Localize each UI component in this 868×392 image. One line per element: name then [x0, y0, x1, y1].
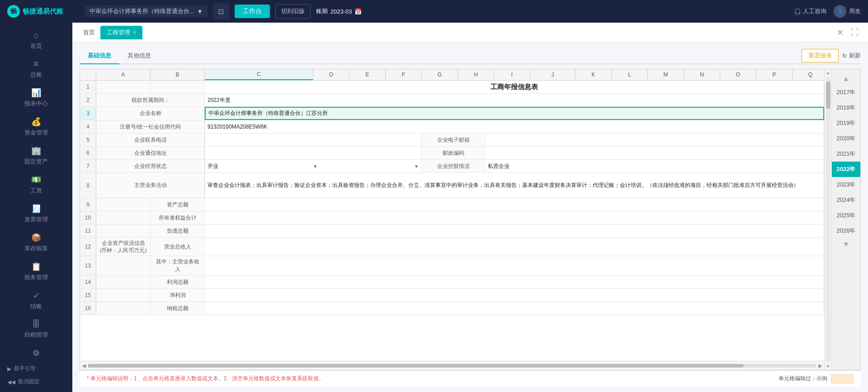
- cell-4c[interactable]: 91320100MA208E5W6K: [205, 120, 824, 133]
- cell-5ab[interactable]: 企业联系电话: [96, 134, 205, 146]
- sidebar-item-finance[interactable]: 💰 资金管理: [0, 112, 72, 141]
- cell-12a[interactable]: 企业资产状况信息(币种：人民币万元): [96, 238, 151, 256]
- year-nav-up[interactable]: ▲: [832, 71, 860, 85]
- year-up-arrow[interactable]: ▲: [841, 73, 852, 85]
- refresh-button[interactable]: ↻ 刷新: [842, 49, 861, 62]
- cell-11a[interactable]: [96, 225, 151, 237]
- maximize-button[interactable]: ⛶: [849, 26, 861, 39]
- cell-7j[interactable]: 企业控股情况: [422, 160, 485, 172]
- cell-5j[interactable]: 企业电子邮箱: [422, 134, 485, 146]
- cell-14a[interactable]: [96, 276, 151, 288]
- cell-14c[interactable]: [205, 276, 824, 288]
- year-2017[interactable]: 2017年: [832, 85, 860, 100]
- cell-7c[interactable]: 开业 ▼: [205, 160, 422, 172]
- cell-6k[interactable]: [485, 147, 824, 159]
- cell-12b[interactable]: 营业总收入: [151, 238, 205, 256]
- cell-6c[interactable]: [205, 147, 422, 159]
- cell-1-title[interactable]: 工商年报信息表: [205, 81, 824, 93]
- new-guide-button[interactable]: ▶ 新手引导: [0, 362, 72, 375]
- cell-11b[interactable]: 负债总额: [151, 225, 205, 237]
- vscroll-up-arrow[interactable]: ▲: [825, 69, 831, 76]
- sub-tab-basic[interactable]: 基础信息: [80, 48, 119, 64]
- cell-13b[interactable]: 其中：主营业务收入: [151, 256, 205, 275]
- vscroll-down-arrow[interactable]: ▼: [825, 363, 831, 370]
- old-version-button[interactable]: 切到旧版: [275, 4, 311, 19]
- cell-10b[interactable]: 所有者权益合计: [151, 211, 205, 224]
- sidebar-item-tax[interactable]: 📋 税务管理: [0, 257, 72, 286]
- cell-5c[interactable]: [205, 134, 422, 146]
- workbench-button[interactable]: 工作台: [235, 5, 270, 18]
- tab-home[interactable]: 首页: [80, 27, 99, 38]
- cell-4ab[interactable]: 注册号/统一社会信用代码: [96, 120, 205, 133]
- cell-10c[interactable]: [205, 211, 824, 224]
- user-menu[interactable]: 👤 用友: [834, 5, 861, 18]
- cell-2a[interactable]: 税款所属期间：: [96, 94, 205, 106]
- cell-14b[interactable]: 利润总额: [151, 276, 205, 288]
- cell-13c[interactable]: [205, 256, 824, 275]
- sidebar-item-archive[interactable]: 🗄 归档管理: [0, 315, 72, 344]
- cell-15a[interactable]: [96, 289, 151, 301]
- cell-15b[interactable]: 净利润: [151, 289, 205, 301]
- cell-16c[interactable]: [205, 302, 824, 315]
- col-c[interactable]: C: [205, 69, 313, 80]
- sidebar-item-salary[interactable]: 💵 工资: [0, 170, 72, 199]
- tab-gongshang[interactable]: 工商管理 ×: [100, 26, 142, 39]
- cell-11c[interactable]: [205, 225, 824, 237]
- sidebar-item-reports[interactable]: 📊 报表中心: [0, 83, 72, 112]
- sidebar-item-inventory[interactable]: 📦 库存核算: [0, 228, 72, 257]
- hscroll-left-arrow[interactable]: ◀: [82, 363, 86, 369]
- calendar-icon[interactable]: 📅: [354, 8, 362, 15]
- cell-15c[interactable]: [205, 289, 824, 301]
- sidebar-item-invoice[interactable]: 🧾 发票管理: [0, 199, 72, 228]
- cell-8c[interactable]: 审查企业会计报表；出具审计报告；验证企业资本；出具验资报告；办理企业合并、分立、…: [205, 173, 824, 198]
- year-down-arrow[interactable]: ▼: [841, 239, 852, 250]
- sidebar-item-closing[interactable]: ✓ 结账: [0, 286, 72, 315]
- cell-8ab[interactable]: 主营业务活动: [96, 173, 205, 198]
- year-2019[interactable]: 2019年: [832, 115, 860, 131]
- hscroll-track[interactable]: [88, 364, 816, 368]
- vscroll-bar[interactable]: ▲ ▼: [824, 69, 831, 370]
- hscroll-bar[interactable]: ◀ ▶: [80, 361, 824, 370]
- service-button[interactable]: 🎧 人工咨询: [794, 7, 826, 15]
- hscroll-thumb[interactable]: [88, 364, 744, 368]
- cell-2c[interactable]: 2022年度: [205, 94, 824, 106]
- cell-9c[interactable]: [205, 198, 824, 211]
- cell-9b[interactable]: 资产总额: [151, 198, 205, 211]
- sidebar-item-settings[interactable]: ⚙ 设置: [0, 344, 72, 358]
- year-2024[interactable]: 2024年: [832, 192, 860, 208]
- year-2026[interactable]: 2026年: [832, 223, 860, 239]
- year-nav-down[interactable]: ▼: [832, 239, 860, 252]
- sidebar-item-ledger[interactable]: ≡ 总账: [0, 55, 72, 83]
- tab-close-icon[interactable]: ×: [133, 29, 136, 36]
- cancel-fixed-button[interactable]: ◀◀ 取消固定: [0, 375, 72, 388]
- vscroll-track[interactable]: [826, 77, 830, 362]
- cell-7k[interactable]: 私营企业: [485, 160, 824, 172]
- reset-report-button[interactable]: 重置报表: [802, 49, 839, 62]
- cell-16a[interactable]: [96, 302, 151, 315]
- cell-10a[interactable]: [96, 211, 151, 224]
- vscroll-thumb[interactable]: [826, 81, 830, 109]
- hscroll-right-arrow[interactable]: ▶: [818, 363, 822, 369]
- close-tab-button[interactable]: ✕: [835, 26, 845, 39]
- cell-1b[interactable]: [151, 81, 205, 93]
- year-2020[interactable]: 2020年: [832, 131, 860, 146]
- year-2023[interactable]: 2023年: [832, 177, 860, 192]
- cell-3ab[interactable]: 企业名称: [96, 107, 205, 120]
- cell-3c[interactable]: 中审众环会计师事务所（特殊普通合伙）江苏分所: [205, 107, 824, 120]
- year-2018[interactable]: 2018年: [832, 100, 860, 115]
- cell-6j[interactable]: 邮政编码: [422, 147, 485, 159]
- company-selector[interactable]: 中审众环会计师事务所（特殊普通合伙... ▼: [85, 5, 208, 17]
- copy-button[interactable]: ⊡: [213, 3, 229, 19]
- year-2021[interactable]: 2021年: [832, 146, 860, 162]
- cell-1a[interactable]: [96, 81, 151, 93]
- year-2022[interactable]: 2022年: [832, 162, 860, 177]
- sidebar-item-home[interactable]: ⌂ 首页: [0, 26, 72, 55]
- cell-7ab[interactable]: 企业经营状态: [96, 160, 205, 172]
- year-2025[interactable]: 2025年: [832, 208, 860, 223]
- cell-16b[interactable]: 纳税总额: [151, 302, 205, 315]
- sidebar-item-assets[interactable]: 🏢 固定资产: [0, 141, 72, 170]
- sub-tab-other[interactable]: 其他信息: [119, 48, 159, 64]
- cell-5k[interactable]: [485, 134, 824, 146]
- cell-12c[interactable]: [205, 238, 824, 256]
- cell-9a[interactable]: [96, 198, 151, 211]
